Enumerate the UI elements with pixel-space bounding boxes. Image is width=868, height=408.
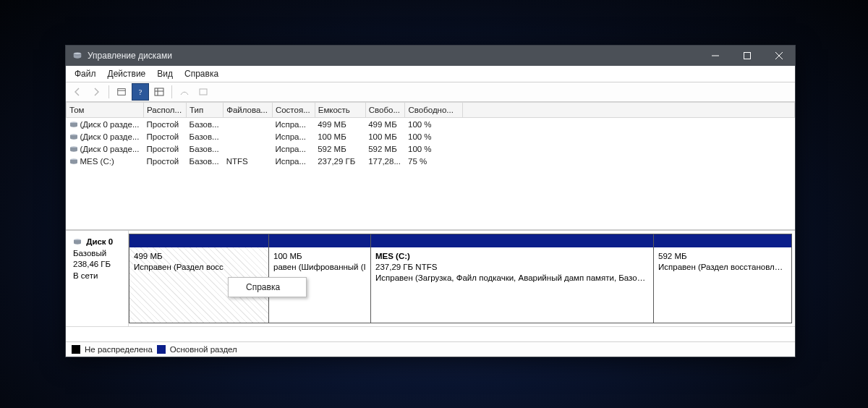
disk-graphical-pane[interactable]: Диск 0 Базовый 238,46 ГБ В сети 499 МБИс…: [66, 231, 795, 327]
svg-rect-6: [200, 89, 207, 95]
disk-size: 238,46 ГБ: [73, 260, 111, 268]
column-header-capacity[interactable]: Емкость: [315, 103, 365, 118]
partition-body: 592 МБИсправен (Раздел восстановления): [654, 247, 791, 323]
legend-bar: Не распределена Основной раздел: [66, 341, 795, 357]
partition-size: 499 МБ: [134, 252, 163, 260]
volume-capacity: 237,29 ГБ: [315, 155, 365, 167]
volume-fs: [224, 130, 273, 143]
disk-icon: [73, 237, 82, 245]
nav-forward-button[interactable]: [88, 83, 105, 101]
settings-button[interactable]: [195, 83, 212, 101]
disk-name: Диск 0: [86, 237, 113, 246]
volume-fs: [224, 143, 273, 155]
empty-area: [66, 327, 795, 341]
volume-icon: [69, 121, 78, 128]
volume-list-pane[interactable]: Том Распол... Тип Файлова... Состоя... Е…: [66, 102, 795, 231]
volume-layout: Простой: [143, 155, 186, 167]
menu-view[interactable]: Вид: [151, 67, 179, 80]
partition-desc: Исправен (Раздел восстановления): [658, 263, 791, 271]
partition-header: [371, 234, 653, 247]
partition-header: [129, 234, 268, 247]
volume-layout: Простой: [143, 143, 186, 155]
column-header-filesystem[interactable]: Файлова...: [224, 103, 273, 118]
volume-name: MES (C:): [67, 155, 144, 167]
volume-name: (Диск 0 разде...: [67, 130, 144, 143]
partition-desc: равен (Шифрованный (I: [273, 263, 366, 271]
toolbar: ?: [66, 82, 795, 102]
column-header-free-pct[interactable]: Свободно...: [405, 103, 463, 118]
partition[interactable]: 592 МБИсправен (Раздел восстановления): [653, 234, 792, 323]
maximize-button[interactable]: [731, 46, 763, 66]
properties-button[interactable]: [176, 83, 193, 101]
volume-type: Базов...: [187, 155, 224, 167]
svg-rect-3: [118, 89, 126, 95]
column-header-layout[interactable]: Распол...: [143, 103, 186, 118]
close-button[interactable]: [763, 46, 795, 66]
partition[interactable]: MES (C:)237,29 ГБ NTFSИсправен (Загрузка…: [370, 234, 654, 323]
table-row[interactable]: (Диск 0 разде...ПростойБазов...Испра...1…: [67, 130, 795, 143]
volume-status: Испра...: [272, 118, 315, 131]
volume-pct: 100 %: [405, 143, 463, 155]
column-header-volume[interactable]: Том: [67, 103, 144, 118]
volume-icon: [69, 158, 78, 165]
disk-management-window: Управление дисками Файл Действие Вид Спр…: [65, 45, 796, 357]
nav-back-button[interactable]: [69, 83, 86, 101]
volume-capacity: 499 МБ: [315, 118, 365, 131]
context-menu-help[interactable]: Справка: [230, 279, 305, 295]
volume-table: Том Распол... Тип Файлова... Состоя... Е…: [66, 102, 795, 167]
volume-status: Испра...: [272, 143, 315, 155]
view-button-1[interactable]: [150, 83, 168, 101]
volume-type: Базов...: [187, 143, 224, 155]
volume-free: 499 МБ: [365, 118, 405, 131]
svg-rect-2: [744, 53, 751, 59]
menu-bar: Файл Действие Вид Справка: [66, 66, 795, 82]
legend-unallocated: Не распределена: [85, 345, 153, 354]
table-row[interactable]: (Диск 0 разде...ПростойБазов...Испра...4…: [67, 118, 795, 131]
svg-rect-5: [155, 88, 163, 95]
legend-swatch-primary: [157, 345, 166, 354]
volume-pct: 100 %: [405, 130, 463, 143]
volume-icon: [69, 145, 78, 153]
disk-label[interactable]: Диск 0 Базовый 238,46 ГБ В сети: [66, 231, 129, 326]
volume-fs: NTFS: [224, 155, 273, 167]
volume-layout: Простой: [143, 118, 186, 131]
table-row[interactable]: (Диск 0 разде...ПростойБазов...Испра...5…: [67, 143, 795, 155]
legend-primary: Основной раздел: [170, 345, 237, 354]
volume-name: (Диск 0 разде...: [67, 143, 144, 155]
volume-free: 100 МБ: [365, 130, 405, 143]
volume-capacity: 100 МБ: [315, 130, 365, 143]
svg-text:?: ?: [139, 88, 142, 96]
volume-status: Испра...: [272, 130, 315, 143]
partition-size: 237,29 ГБ NTFS: [375, 263, 437, 271]
partition-size: 592 МБ: [658, 252, 687, 260]
partition-header: [269, 234, 370, 247]
partition-size: 100 МБ: [273, 252, 302, 260]
menu-action[interactable]: Действие: [102, 67, 152, 80]
toolbar-separator: [171, 85, 172, 98]
column-header-type[interactable]: Тип: [187, 103, 224, 118]
help-toolbar-button[interactable]: ?: [132, 83, 149, 101]
partition-title: MES (C:): [375, 252, 410, 260]
volume-type: Базов...: [187, 118, 224, 131]
partition-desc: Исправен (Раздел восс: [134, 263, 224, 271]
menu-help[interactable]: Справка: [179, 67, 224, 80]
context-menu: Справка: [228, 277, 307, 297]
volume-free: 177,28...: [365, 155, 405, 167]
column-header-blank: [463, 103, 795, 118]
table-row[interactable]: MES (C:)ПростойБазов...NTFSИспра...237,2…: [67, 155, 795, 167]
title-bar[interactable]: Управление дисками: [66, 46, 795, 66]
partition-body: MES (C:)237,29 ГБ NTFSИсправен (Загрузка…: [371, 247, 653, 323]
minimize-button[interactable]: [699, 46, 731, 66]
volume-pct: 75 %: [405, 155, 463, 167]
volume-pct: 100 %: [405, 118, 463, 131]
disk-status: В сети: [73, 271, 98, 280]
column-header-free[interactable]: Свобо...: [365, 103, 405, 118]
refresh-button[interactable]: [113, 83, 130, 101]
column-header-status[interactable]: Состоя...: [272, 103, 315, 118]
menu-file[interactable]: Файл: [69, 67, 102, 80]
volume-layout: Простой: [143, 130, 186, 143]
disk-type: Базовый: [73, 249, 106, 258]
disk-management-icon: [72, 50, 83, 61]
volume-icon: [69, 133, 78, 140]
volume-free: 592 МБ: [365, 143, 405, 155]
